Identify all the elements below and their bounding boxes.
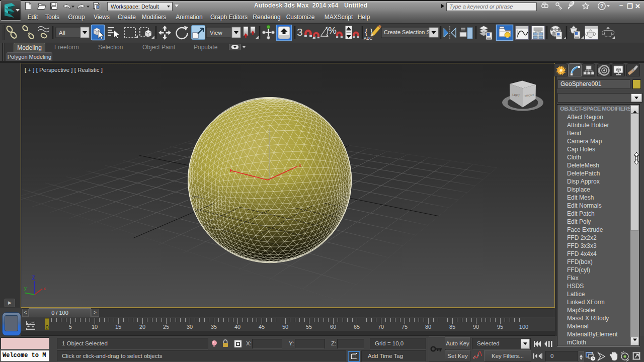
svg-text:[ + ] [ Perspective ] [ Realis: [ + ] [ Perspective ] [ Realistic ] [25, 67, 103, 73]
svg-text:?: ? [600, 3, 604, 9]
svg-text:x: x [43, 286, 46, 291]
svg-text:View: View [210, 30, 222, 36]
svg-text:x: x [299, 163, 301, 168]
svg-text:Create Selection Se: Create Selection Se [384, 29, 433, 35]
svg-text:3: 3 [297, 26, 303, 38]
svg-text:y: y [24, 286, 27, 291]
svg-text:ABC: ABC [364, 36, 372, 41]
svg-text:All: All [59, 30, 65, 36]
svg-text:Z: Z [32, 275, 35, 281]
svg-text:%: % [328, 25, 337, 36]
